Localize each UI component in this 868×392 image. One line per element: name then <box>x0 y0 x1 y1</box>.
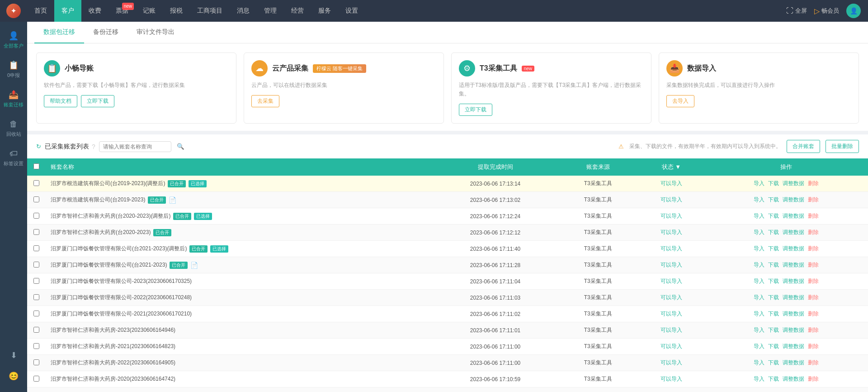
action-delete[interactable]: 删除 <box>808 278 819 284</box>
sidebar-item-all-customers[interactable]: 👤 全部客户 <box>0 25 27 55</box>
action-import[interactable]: 导入 <box>754 262 764 268</box>
row-checkbox-cell[interactable] <box>27 355 45 371</box>
row-checkbox-cell[interactable] <box>27 257 45 273</box>
nav-fees[interactable]: 收费 <box>81 0 108 22</box>
action-download[interactable]: 下载 <box>768 343 779 349</box>
tab-backup-migration[interactable]: 备份迁移 <box>84 22 127 43</box>
row-checkbox[interactable] <box>33 311 39 316</box>
action-download[interactable]: 下载 <box>768 229 779 235</box>
action-adjust[interactable]: 调整数据 <box>783 327 804 333</box>
row-checkbox-cell[interactable] <box>27 371 45 387</box>
action-download[interactable]: 下载 <box>768 213 779 219</box>
user-avatar[interactable]: 👤 <box>846 4 861 18</box>
nav-operations[interactable]: 经营 <box>284 0 311 22</box>
sidebar-item-zero-report[interactable]: 📋 0申报 <box>0 55 27 84</box>
action-import[interactable]: 导入 <box>754 311 764 317</box>
info-help-icon[interactable]: ? <box>92 143 95 150</box>
action-adjust[interactable]: 调整数据 <box>783 343 804 349</box>
row-checkbox[interactable] <box>33 245 39 251</box>
action-download[interactable]: 下载 <box>768 262 779 268</box>
row-checkbox[interactable] <box>33 278 39 284</box>
action-adjust[interactable]: 调整数据 <box>783 262 804 268</box>
row-checkbox[interactable] <box>33 359 39 365</box>
action-delete[interactable]: 删除 <box>808 376 819 382</box>
action-delete[interactable]: 删除 <box>808 180 819 186</box>
action-import[interactable]: 导入 <box>754 196 764 203</box>
search-input[interactable] <box>99 141 171 152</box>
nav-tax[interactable]: 报税 <box>163 0 190 22</box>
header-status[interactable]: 状态 ▼ <box>638 158 705 176</box>
row-checkbox-cell[interactable] <box>27 176 45 192</box>
row-checkbox-cell[interactable] <box>27 306 45 322</box>
row-checkbox-cell[interactable] <box>27 241 45 257</box>
nav-business[interactable]: 工商项目 <box>190 0 230 22</box>
action-delete[interactable]: 删除 <box>808 262 819 268</box>
row-checkbox[interactable] <box>33 213 39 219</box>
t3-download-btn[interactable]: 立即下载 <box>459 104 492 116</box>
action-adjust[interactable]: 调整数据 <box>783 359 804 366</box>
action-download[interactable]: 下载 <box>768 245 779 252</box>
merge-accounts-btn[interactable]: 合并账套 <box>787 140 820 153</box>
logo[interactable]: ✦ <box>0 0 27 22</box>
nav-customers[interactable]: 客户 <box>54 0 81 22</box>
row-checkbox[interactable] <box>33 180 39 186</box>
action-download[interactable]: 下载 <box>768 311 779 317</box>
row-checkbox[interactable] <box>33 229 39 235</box>
search-button[interactable]: 🔍 <box>175 141 186 152</box>
action-delete[interactable]: 删除 <box>808 311 819 317</box>
nav-services[interactable]: 服务 <box>311 0 338 22</box>
action-import[interactable]: 导入 <box>754 359 764 366</box>
fullscreen-button[interactable]: ⛶ 全屏 <box>786 7 807 15</box>
refresh-icon[interactable]: ↻ <box>36 143 41 150</box>
action-adjust[interactable]: 调整数据 <box>783 180 804 186</box>
row-checkbox-cell[interactable] <box>27 208 45 225</box>
sidebar-item-tags[interactable]: 🏷 标签设置 <box>0 143 27 172</box>
action-delete[interactable]: 删除 <box>808 294 819 301</box>
xiaochang-help-btn[interactable]: 帮助文档 <box>44 95 77 107</box>
row-checkbox-cell[interactable] <box>27 322 45 339</box>
action-download[interactable]: 下载 <box>768 376 779 382</box>
action-delete[interactable]: 删除 <box>808 343 819 349</box>
action-import[interactable]: 导入 <box>754 278 764 284</box>
action-import[interactable]: 导入 <box>754 180 764 186</box>
row-checkbox[interactable] <box>33 343 39 349</box>
bulk-delete-btn[interactable]: 批量删除 <box>826 140 859 153</box>
action-adjust[interactable]: 调整数据 <box>783 213 804 219</box>
action-download[interactable]: 下载 <box>768 180 779 186</box>
action-delete[interactable]: 删除 <box>808 359 819 366</box>
action-adjust[interactable]: 调整数据 <box>783 229 804 235</box>
action-download[interactable]: 下载 <box>768 294 779 301</box>
action-delete[interactable]: 删除 <box>808 196 819 203</box>
action-import[interactable]: 导入 <box>754 245 764 252</box>
xiaochang-download-btn[interactable]: 立即下载 <box>81 95 114 107</box>
sidebar-help[interactable]: 😊 <box>0 366 27 387</box>
import-go-btn[interactable]: 去导入 <box>666 95 694 107</box>
action-adjust[interactable]: 调整数据 <box>783 376 804 382</box>
row-checkbox[interactable] <box>33 262 39 268</box>
sidebar-item-account-migration[interactable]: 📤 账套迁移 <box>0 84 27 114</box>
action-download[interactable]: 下载 <box>768 327 779 333</box>
action-adjust[interactable]: 调整数据 <box>783 245 804 252</box>
member-button[interactable]: ▷ 畅会员 <box>814 7 839 15</box>
nav-messages[interactable]: 消息 <box>230 0 257 22</box>
action-download[interactable]: 下载 <box>768 359 779 366</box>
action-adjust[interactable]: 调整数据 <box>783 278 804 284</box>
action-delete[interactable]: 删除 <box>808 213 819 219</box>
row-checkbox-cell[interactable] <box>27 339 45 355</box>
action-delete[interactable]: 删除 <box>808 327 819 333</box>
action-delete[interactable]: 删除 <box>808 229 819 235</box>
action-download[interactable]: 下载 <box>768 196 779 203</box>
nav-management[interactable]: 管理 <box>257 0 284 22</box>
row-checkbox[interactable] <box>33 196 39 202</box>
cloud-collect-btn[interactable]: 去采集 <box>251 95 279 107</box>
nav-home[interactable]: 首页 <box>27 0 54 22</box>
nav-bills[interactable]: 票据new <box>108 0 136 22</box>
tab-data-migration[interactable]: 数据包迁移 <box>34 22 84 43</box>
row-checkbox[interactable] <box>33 294 39 300</box>
action-import[interactable]: 导入 <box>754 343 764 349</box>
action-adjust[interactable]: 调整数据 <box>783 196 804 203</box>
select-all-checkbox[interactable] <box>33 163 39 169</box>
action-import[interactable]: 导入 <box>754 213 764 219</box>
action-import[interactable]: 导入 <box>754 327 764 333</box>
row-checkbox-cell[interactable] <box>27 225 45 241</box>
